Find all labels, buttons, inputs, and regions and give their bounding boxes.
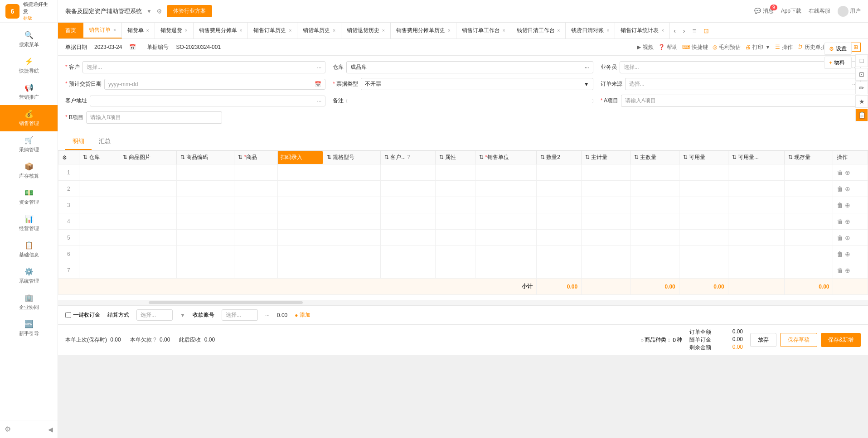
row-4-delete-btn[interactable]: 🗑 bbox=[837, 218, 843, 225]
tab-close-sales-expense[interactable]: × bbox=[240, 28, 242, 33]
discard-btn[interactable]: 放弃 bbox=[750, 333, 776, 347]
side-action-3[interactable]: ✏ bbox=[855, 82, 868, 94]
row-5-customer-code[interactable] bbox=[380, 230, 435, 246]
save-draft-btn[interactable]: 保存草稿 bbox=[780, 333, 817, 347]
tab-cash-workbench[interactable]: 钱货日清工作台 × bbox=[511, 23, 566, 39]
order-source-input[interactable]: 选择... ··· bbox=[625, 78, 861, 90]
settings-float-btn[interactable]: ⚙ 设置 bbox=[824, 43, 852, 55]
sidebar-item-business[interactable]: 📊 经营管理 bbox=[0, 210, 58, 236]
row-4-warehouse[interactable] bbox=[79, 213, 119, 230]
tab-cash-reconcile[interactable]: 钱货日清对账 × bbox=[566, 23, 615, 39]
row-2-attr[interactable] bbox=[435, 181, 475, 197]
row-4-product[interactable] bbox=[234, 213, 278, 230]
col-warehouse[interactable]: ⇅ 仓库 bbox=[79, 151, 119, 164]
row-6-available[interactable] bbox=[679, 246, 728, 262]
col-main-qty[interactable]: ⇅ 主数量 bbox=[630, 151, 679, 164]
side-action-4[interactable]: ★ bbox=[855, 95, 868, 108]
sidebar-item-inventory[interactable]: 📦 库存核算 bbox=[0, 158, 58, 184]
row-5-main-unit[interactable] bbox=[582, 230, 630, 246]
row-3-scan[interactable] bbox=[278, 197, 323, 213]
col-available[interactable]: ⇅ 可用量 bbox=[679, 151, 728, 164]
row-1-delete-btn[interactable]: 🗑 bbox=[837, 169, 843, 176]
row-3-image[interactable] bbox=[119, 197, 176, 213]
side-action-5[interactable]: 📋 bbox=[855, 109, 868, 121]
row-6-spec[interactable] bbox=[323, 246, 380, 262]
warehouse-input[interactable]: 成品库 ··· bbox=[346, 61, 593, 73]
row-7-copy-btn[interactable]: ⊕ bbox=[845, 267, 850, 274]
add-account-btn[interactable]: ● 添加 bbox=[295, 311, 310, 319]
invoice-input[interactable]: 不开票 ▼ bbox=[361, 78, 593, 90]
row-1-attr[interactable] bbox=[435, 164, 475, 181]
row-6-available2[interactable] bbox=[728, 246, 784, 262]
tab-sales-order-history[interactable]: 销售订单历史 × bbox=[248, 23, 297, 39]
row-7-spec[interactable] bbox=[323, 262, 380, 279]
row-1-product[interactable] bbox=[234, 164, 278, 181]
row-7-current[interactable] bbox=[784, 262, 833, 279]
row-1-available2[interactable] bbox=[728, 164, 784, 181]
tab-close-expense-history[interactable]: × bbox=[448, 28, 451, 33]
row-6-unit[interactable] bbox=[475, 246, 537, 262]
sidebar-item-shortcut[interactable]: ⚡ 快捷导航 bbox=[0, 53, 58, 79]
col-qty2[interactable]: ⇅ 数量2 bbox=[536, 151, 581, 164]
quick-settle-input[interactable] bbox=[65, 312, 71, 318]
row-2-available2[interactable] bbox=[728, 181, 784, 197]
sidebar-item-marketing[interactable]: 📢 营销推广 bbox=[0, 79, 58, 105]
settings-gear-icon[interactable]: ⚙ bbox=[156, 8, 162, 15]
row-1-main-qty[interactable] bbox=[630, 164, 679, 181]
remark-input[interactable] bbox=[346, 99, 593, 103]
row-6-attr[interactable] bbox=[435, 246, 475, 262]
row-4-main-qty[interactable] bbox=[630, 213, 679, 230]
col-code[interactable]: ⇅ 商品编码 bbox=[177, 151, 234, 164]
customer-input[interactable]: 选择... ··· bbox=[82, 61, 325, 73]
tab-close-sales-goods[interactable]: × bbox=[146, 28, 149, 33]
col-attr[interactable]: ⇅ 属性 bbox=[435, 151, 475, 164]
tab-prev-btn[interactable]: ‹ bbox=[670, 27, 679, 34]
row-6-warehouse[interactable] bbox=[79, 246, 119, 262]
tab-goods-history[interactable]: 销货单历史 × bbox=[297, 23, 341, 39]
row-4-customer-code[interactable] bbox=[380, 213, 435, 230]
sidebar-item-sales[interactable]: 💰 销售管理 bbox=[0, 105, 58, 131]
trial-btn[interactable]: 体验行业方案 bbox=[167, 5, 212, 17]
row-4-scan[interactable] bbox=[278, 213, 323, 230]
sidebar-item-purchase[interactable]: 🛒 采购管理 bbox=[0, 131, 58, 158]
user-avatar[interactable]: 用户 bbox=[838, 6, 861, 17]
row-1-qty2[interactable] bbox=[536, 164, 581, 181]
row-7-available[interactable] bbox=[679, 262, 728, 279]
settle-dropdown-icon[interactable]: ▼ bbox=[180, 312, 185, 318]
row-3-qty2[interactable] bbox=[536, 197, 581, 213]
row-1-copy-btn[interactable]: ⊕ bbox=[845, 169, 850, 176]
action-print[interactable]: 🖨 打印 ▼ bbox=[745, 43, 771, 51]
row-4-available2[interactable] bbox=[728, 213, 784, 230]
sidebar-item-basic-info[interactable]: 📋 基础信息 bbox=[0, 236, 58, 263]
row-6-image[interactable] bbox=[119, 246, 176, 262]
row-7-product[interactable] bbox=[234, 262, 278, 279]
row-5-product[interactable] bbox=[234, 230, 278, 246]
row-5-delete-btn[interactable]: 🗑 bbox=[837, 234, 843, 241]
row-5-copy-btn[interactable]: ⊕ bbox=[845, 234, 850, 241]
row-5-image[interactable] bbox=[119, 230, 176, 246]
sidebar-item-enterprise[interactable]: 🏢 企业协同 bbox=[0, 289, 58, 315]
tab-expand-btn[interactable]: ⊡ bbox=[700, 27, 713, 34]
col-main-unit[interactable]: ⇅ 主计量 bbox=[582, 151, 630, 164]
row-3-available[interactable] bbox=[679, 197, 728, 213]
tab-close-goods-history[interactable]: × bbox=[333, 28, 335, 33]
row-3-main-qty[interactable] bbox=[630, 197, 679, 213]
col-customer-code[interactable]: ⇅ 客户... ? bbox=[380, 151, 435, 164]
tab-sales-order[interactable]: 销售订单 × bbox=[83, 23, 122, 39]
scroll-bar-area[interactable] bbox=[58, 300, 868, 305]
row-7-available2[interactable] bbox=[728, 262, 784, 279]
row-3-available2[interactable] bbox=[728, 197, 784, 213]
calendar-icon[interactable]: 📅 bbox=[129, 44, 136, 50]
scroll-track[interactable] bbox=[149, 301, 303, 304]
col-spec[interactable]: ⇅ 规格型号 bbox=[323, 151, 380, 164]
tab-sales-stat[interactable]: 销售订单统计表 × bbox=[615, 23, 670, 39]
row-1-spec[interactable] bbox=[323, 164, 380, 181]
tab-summary[interactable]: 汇总 bbox=[92, 134, 118, 150]
row-7-unit[interactable] bbox=[475, 262, 537, 279]
row-1-warehouse[interactable] bbox=[79, 164, 119, 181]
row-3-delete-btn[interactable]: 🗑 bbox=[837, 202, 843, 209]
sidebar-item-search[interactable]: 🔍 搜索菜单 bbox=[0, 26, 58, 53]
dropdown-arrow-icon[interactable]: ▼ bbox=[146, 8, 152, 14]
row-1-image[interactable] bbox=[119, 164, 176, 181]
row-6-customer-code[interactable] bbox=[380, 246, 435, 262]
